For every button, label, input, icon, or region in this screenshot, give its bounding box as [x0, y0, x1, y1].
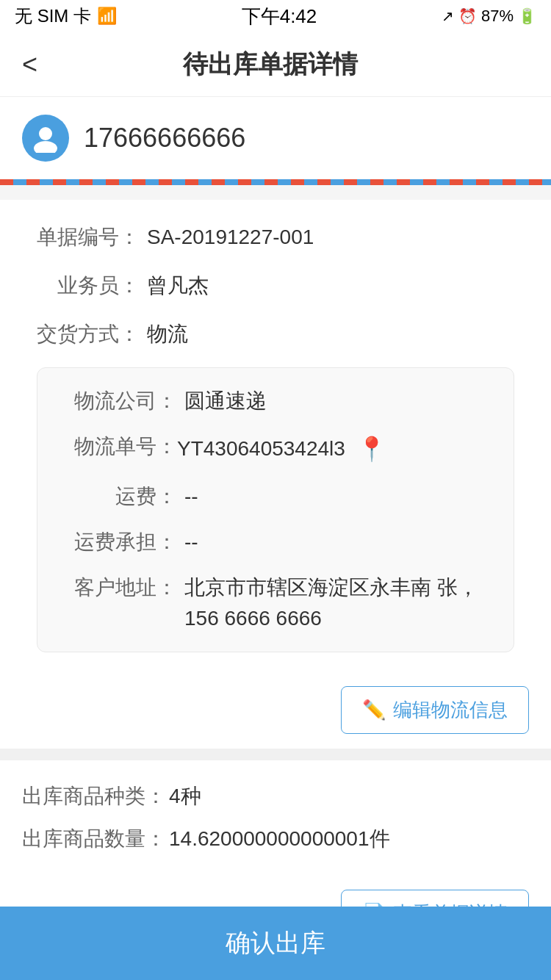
- svg-point-0: [39, 127, 52, 140]
- goods-quantity-value: 14.620000000000001件: [169, 825, 390, 853]
- goods-types-label: 出库商品种类：: [22, 782, 169, 810]
- avatar: [22, 115, 69, 162]
- delivery-method-row: 交货方式： 物流: [22, 319, 529, 350]
- freight-value: --: [184, 481, 491, 512]
- battery-text: 87%: [481, 7, 514, 26]
- order-info-section: 单据编号： SA-20191227-001 业务员： 曾凡杰 交货方式： 物流 …: [0, 200, 551, 674]
- sales-person-label: 业务员：: [22, 270, 140, 301]
- status-left: 无 SIM 卡 📶: [15, 4, 117, 28]
- wifi-icon: 📶: [97, 7, 117, 26]
- svg-point-1: [34, 141, 57, 153]
- order-no-value: SA-20191227-001: [147, 222, 529, 253]
- order-no-label: 单据编号：: [22, 222, 140, 253]
- alarm-icon: ⏰: [458, 7, 477, 25]
- status-right: ↗ ⏰ 87% 🔋: [442, 7, 536, 26]
- goods-types-row: 出库商品种类： 4种: [22, 782, 529, 810]
- nav-bar: < 待出库单据详情: [0, 32, 551, 97]
- sales-person-row: 业务员： 曾凡杰: [22, 270, 529, 301]
- user-icon: [31, 123, 60, 153]
- edit-logistics-label: 编辑物流信息: [393, 697, 508, 723]
- location-status-icon: ↗: [442, 7, 454, 25]
- tracking-no-container: YT43064053424l3 📍: [177, 431, 386, 466]
- logistics-company-label: 物流公司：: [60, 386, 177, 417]
- goods-types-value: 4种: [169, 782, 201, 810]
- customer-phone: 17666666666: [84, 123, 245, 154]
- edit-logistics-btn-area: ✏️ 编辑物流信息: [0, 674, 551, 749]
- page-title: 待出库单据详情: [52, 48, 488, 82]
- section-divider: [0, 749, 551, 760]
- confirm-outbound-button[interactable]: 确认出库: [0, 907, 551, 980]
- goods-section: 出库商品种类： 4种 出库商品数量： 14.620000000000001件: [0, 760, 551, 882]
- freight-row: 运费： --: [60, 481, 491, 512]
- dashed-divider: [0, 179, 551, 185]
- tracking-no-value: YT43064053424l3: [177, 433, 345, 464]
- battery-icon: 🔋: [518, 7, 536, 25]
- freight-bearer-label: 运费承担：: [60, 527, 177, 558]
- customer-section: 17666666666: [0, 97, 551, 179]
- address-label: 客户地址：: [60, 572, 177, 603]
- tracking-location-icon[interactable]: 📍: [357, 431, 386, 466]
- status-bar: 无 SIM 卡 📶 下午4:42 ↗ ⏰ 87% 🔋: [0, 0, 551, 32]
- tracking-no-row: 物流单号： YT43064053424l3 📍: [60, 431, 491, 466]
- tracking-no-label: 物流单号：: [60, 431, 177, 462]
- status-time: 下午4:42: [242, 4, 317, 29]
- edit-logistics-button[interactable]: ✏️ 编辑物流信息: [341, 686, 529, 734]
- confirm-btn-label: 确认出库: [226, 926, 325, 960]
- freight-bearer-row: 运费承担： --: [60, 527, 491, 558]
- freight-bearer-value: --: [184, 527, 491, 558]
- goods-quantity-label: 出库商品数量：: [22, 825, 169, 853]
- goods-quantity-row: 出库商品数量： 14.620000000000001件: [22, 825, 529, 853]
- logistics-card: 物流公司： 圆通速递 物流单号： YT43064053424l3 📍 运费： -…: [37, 367, 514, 652]
- delivery-method-value: 物流: [147, 319, 529, 350]
- address-row: 客户地址： 北京市市辖区海淀区永丰南 张，156 6666 6666: [60, 572, 491, 634]
- back-button[interactable]: <: [22, 49, 37, 80]
- order-no-row: 单据编号： SA-20191227-001: [22, 222, 529, 253]
- carrier-text: 无 SIM 卡: [15, 4, 91, 28]
- logistics-company-row: 物流公司： 圆通速递: [60, 386, 491, 417]
- delivery-method-label: 交货方式：: [22, 319, 140, 350]
- address-value: 北京市市辖区海淀区永丰南 张，156 6666 6666: [184, 572, 491, 634]
- logistics-company-value: 圆通速递: [184, 386, 491, 417]
- freight-label: 运费：: [60, 481, 177, 512]
- sales-person-value: 曾凡杰: [147, 270, 529, 301]
- edit-icon: ✏️: [362, 699, 386, 721]
